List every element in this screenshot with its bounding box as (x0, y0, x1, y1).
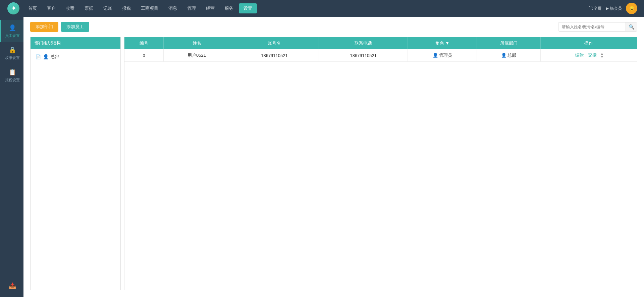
cell-name: 用户0521 (164, 49, 230, 62)
tree-item[interactable]: 📄 👤 总部 (34, 52, 117, 61)
transfer-link[interactable]: 交接 (588, 52, 597, 57)
employee-table: 编号姓名账号名联系电话角色 ▼所属部门操作 0用户052118679110521… (124, 37, 637, 62)
col-header: 姓名 (164, 37, 230, 49)
cell-phone: 18679110521 (319, 49, 408, 62)
main-content: 添加部门 添加员工 🔍 部门组织结构 📄 👤 总部 编号姓名账号名联系电话角色 … (23, 17, 644, 297)
add-dept-button[interactable]: 添加部门 (30, 22, 58, 32)
nav-item-首页[interactable]: 首页 (23, 3, 42, 13)
table-row: 0用户05211867911052118679110521👤管理员👤总部 编辑 … (124, 49, 637, 62)
cell-role: 👤管理员 (408, 49, 477, 62)
nav-item-消息[interactable]: 消息 (164, 3, 182, 13)
col-header: 账号名 (230, 37, 319, 49)
nav-item-经营[interactable]: 经营 (201, 3, 219, 13)
col-header: 所属部门 (477, 37, 541, 49)
member-btn[interactable]: ▶ 畅会员 (606, 6, 622, 11)
sidebar-label: 报税设置 (5, 78, 20, 83)
fullscreen-label: 全屏 (594, 6, 602, 11)
content-area: 部门组织结构 📄 👤 总部 编号姓名账号名联系电话角色 ▼所属部门操作 0用户0… (30, 37, 637, 290)
logo: ✦ (3, 2, 23, 14)
sidebar-item-权限设置[interactable]: 🔒 权限设置 (0, 42, 23, 64)
sidebar-icon: 👤 (9, 24, 16, 32)
tree-header: 部门组织结构 (31, 37, 120, 49)
sidebar-label: 权限设置 (5, 55, 20, 60)
role-icon: 👤 (433, 53, 438, 58)
cell-dept: 👤总部 (477, 49, 541, 62)
tree-item-label: 总部 (51, 54, 59, 60)
cell-actions: 编辑 交接 ▲ ▼ (540, 49, 637, 62)
avatar[interactable]: 😊 (626, 3, 637, 14)
nav-item-收费[interactable]: 收费 (61, 3, 79, 13)
sidebar-icon: 📋 (9, 68, 16, 76)
scroll-controls: ▲ ▼ (600, 52, 604, 59)
col-header: 角色 ▼ (408, 37, 477, 49)
logo-icon: ✦ (7, 2, 19, 14)
play-icon: ▶ (606, 6, 609, 11)
top-navigation: ✦ 首页客户收费票据记账报税工商项目消息管理经营服务设置 ⛶ 全屏 ▶ 畅会员 … (0, 0, 644, 17)
scroll-down-btn[interactable]: ▼ (600, 55, 604, 59)
top-nav-right: ⛶ 全屏 ▶ 畅会员 😊 (589, 3, 637, 14)
table-panel: 编号姓名账号名联系电话角色 ▼所属部门操作 0用户052118679110521… (124, 37, 637, 290)
sidebar-label: 员工设置 (5, 33, 20, 38)
cell-id: 0 (124, 49, 164, 62)
member-label: 畅会员 (610, 6, 622, 11)
nav-item-服务[interactable]: 服务 (220, 3, 238, 13)
edit-link[interactable]: 编辑 (575, 52, 584, 57)
fullscreen-icon: ⛶ (589, 6, 593, 11)
sidebar-item-报税设置[interactable]: 📋 报税设置 (0, 64, 23, 87)
sidebar-item-员工设置[interactable]: 👤 员工设置 (0, 20, 23, 42)
col-header: 编号 (124, 37, 164, 49)
toolbar: 添加部门 添加员工 🔍 (30, 22, 637, 32)
col-header: 联系电话 (319, 37, 408, 49)
nav-item-客户[interactable]: 客户 (42, 3, 60, 13)
search-box: 🔍 (558, 22, 637, 32)
file-icon: 📄 (36, 54, 41, 59)
col-header: 操作 (540, 37, 637, 49)
nav-item-票据[interactable]: 票据 (80, 3, 98, 13)
nav-item-管理[interactable]: 管理 (182, 3, 201, 13)
download-icon: 📥 (9, 282, 16, 290)
nav-item-记账[interactable]: 记账 (99, 3, 117, 13)
nav-item-报税[interactable]: 报税 (117, 3, 136, 13)
tree-panel: 部门组织结构 📄 👤 总部 (30, 37, 121, 290)
sidebar-icon: 🔒 (9, 46, 16, 54)
search-input[interactable] (558, 23, 626, 31)
tree-body: 📄 👤 总部 (31, 49, 120, 65)
nav-item-设置[interactable]: 设置 (239, 3, 257, 13)
add-employee-button[interactable]: 添加员工 (61, 22, 89, 32)
fullscreen-btn[interactable]: ⛶ 全屏 (589, 6, 602, 11)
dept-icon: 👤 (501, 53, 506, 58)
nav-items: 首页客户收费票据记账报税工商项目消息管理经营服务设置 (23, 3, 589, 13)
search-button[interactable]: 🔍 (626, 22, 637, 31)
cell-account: 18679110521 (230, 49, 319, 62)
user-icon: 👤 (43, 54, 49, 59)
sidebar-bottom-item[interactable]: 📥 (0, 278, 23, 294)
sidebar: 👤 员工设置🔒 权限设置📋 报税设置📥 (0, 17, 23, 297)
nav-item-工商项目[interactable]: 工商项目 (136, 3, 163, 13)
